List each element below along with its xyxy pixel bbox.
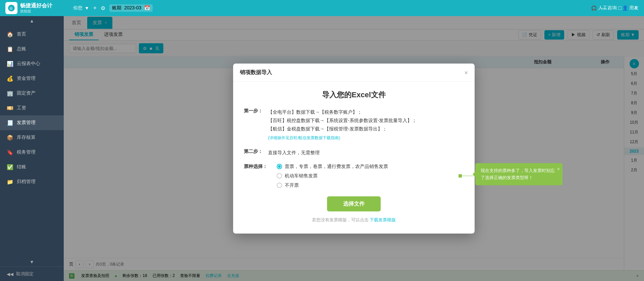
company-name: 你您: [73, 5, 83, 11]
close-window-button[interactable]: ×: [628, 0, 644, 16]
tooltip-dot: [459, 174, 462, 177]
radio-normal-label: 普票，专票，卷票，通行费发票，农产品销售发票: [285, 163, 388, 169]
window-controls: — □ ×: [596, 0, 644, 16]
home-icon: 🏠: [7, 31, 13, 38]
sidebar-label-payroll: 工资: [17, 105, 26, 111]
modal-close-button[interactable]: ×: [464, 69, 468, 75]
radio-motor[interactable]: 机动车销售发票 × 现在支持的票种多了，导入发票时别忘了选择正确的发票类型呀！: [277, 173, 388, 179]
step1-line3: 【航信】金税盘数据下载→【报税管理-发票数据导出】；: [268, 125, 417, 133]
period-badge: 账期 2023-03 📅: [109, 4, 152, 12]
step1-line2: 【百旺】税控盘数据下载→【系统设置-系统参数设置-发票批量导入】；: [268, 116, 417, 125]
sidebar: ▲ 🏠 首页 📋 总账 📊 云报表中心 💰 资金管理: [0, 16, 64, 281]
content-area: 首页 发票 × 销项发票 进项发票 📄 凭证: [64, 16, 644, 281]
tax-icon: 🔖: [7, 149, 13, 156]
funds-icon: 💰: [7, 75, 13, 82]
tooltip-anchor: × 现在支持的票种多了，导入发票时别忘了选择正确的发票类型呀！: [459, 173, 462, 178]
sidebar-label-home: 首页: [17, 31, 26, 37]
modal-title: 销项数据导入: [240, 69, 272, 76]
sidebar-scroll-up[interactable]: ▲: [0, 16, 64, 25]
radio-motor-circle: [277, 173, 282, 178]
radio-normal-dot: [278, 165, 281, 168]
minimize-button[interactable]: —: [596, 0, 612, 16]
modal-header: 销项数据导入 ×: [233, 64, 475, 82]
sidebar-item-ledger[interactable]: 📋 总账: [0, 42, 64, 56]
sidebar-item-payroll[interactable]: 💴 工资: [0, 101, 64, 115]
ticket-select: 票种选择： 普票，专票，卷票，通行费发票，农产品销售发票 机动车销售发票: [244, 163, 464, 188]
maximize-button[interactable]: □: [612, 0, 628, 16]
modal-main-title: 导入您的Excel文件: [244, 90, 464, 100]
reports-icon: 📊: [7, 60, 13, 67]
step1-label: 第一步：: [244, 108, 264, 142]
sidebar-label-tax: 税务管理: [17, 149, 36, 155]
sidebar-scroll-down[interactable]: ▼: [0, 257, 64, 267]
radio-normal[interactable]: 普票，专票，卷票，通行费发票，农产品销售发票: [277, 163, 388, 169]
assets-icon: 🏢: [7, 90, 13, 97]
archive-icon: 📁: [7, 178, 13, 185]
radio-normal-circle: [277, 164, 282, 169]
sidebar-item-home[interactable]: 🏠 首页: [0, 27, 64, 42]
modal-footer: 若您没有发票模版，可以点击 下载发票模版: [244, 217, 464, 223]
modal-body: 导入您的Excel文件 第一步： 【全电平台】数据下载→【税务数字账户】； 【百…: [233, 82, 475, 234]
guide-link[interactable]: (详细操作见百旺/航信发票数据下载指南): [268, 135, 340, 140]
step-1: 第一步： 【全电平台】数据下载→【税务数字账户】； 【百旺】税控盘数据下载→【系…: [244, 108, 464, 142]
step1-content: 【全电平台】数据下载→【税务数字账户】； 【百旺】税控盘数据下载→【系统设置-系…: [268, 108, 417, 142]
company-selector[interactable]: 你您 ▼: [73, 5, 89, 11]
sidebar-label-invoice: 发票管理: [17, 120, 36, 126]
logo: 会 畅捷通好会计 旗舰版: [5, 2, 69, 14]
settlement-icon: ✅: [7, 164, 13, 170]
radio-group: 普票，专票，卷票，通行费发票，农产品销售发票 机动车销售发票: [277, 163, 388, 188]
sidebar-item-reports[interactable]: 📊 云报表中心: [0, 56, 64, 71]
sidebar-item-assets[interactable]: 🏢 固定资产: [0, 86, 64, 101]
tooltip-text: 现在支持的票种多了，导入发票时别忘了选择正确的发票类型呀！: [481, 168, 555, 180]
sidebar-label-ledger: 总账: [17, 46, 26, 52]
logo-icon: 会: [5, 2, 17, 14]
sidebar-item-archive[interactable]: 📁 归档管理: [0, 174, 64, 189]
tooltip-popup: × 现在支持的票种多了，导入发票时别忘了选择正确的发票类型呀！: [475, 163, 562, 185]
top-bar: 会 畅捷通好会计 旗舰版 你您 ▼ + ⚙ 账期 2023-03 📅 🎧 人工咨…: [0, 0, 644, 16]
payroll-icon: 💴: [7, 105, 13, 111]
sidebar-item-invoice[interactable]: 🧾 发票管理: [0, 115, 64, 130]
sidebar-label-funds: 资金管理: [17, 75, 36, 81]
sidebar-item-funds[interactable]: 💰 资金管理: [0, 71, 64, 86]
sidebar-label-archive: 归档管理: [17, 179, 36, 185]
sidebar-label-reports: 云报表中心: [17, 61, 40, 67]
radio-none-label: 不开票: [285, 182, 299, 188]
pin-icon: ◀◀: [7, 272, 13, 277]
add-button[interactable]: +: [93, 5, 97, 12]
step1-line1: 【全电平台】数据下载→【税务数字账户】；: [268, 108, 417, 116]
ledger-icon: 📋: [7, 46, 13, 52]
step2-label: 第二步：: [244, 148, 264, 157]
import-modal: 销项数据导入 × 导入您的Excel文件 第一步： 【全电平台】数据下载→【税务…: [233, 64, 475, 234]
main-layout: ▲ 🏠 首页 📋 总账 📊 云报表中心 💰 资金管理: [0, 16, 644, 281]
step2-content: 直接导入文件，无需整理: [268, 148, 320, 157]
radio-none-circle: [277, 182, 282, 188]
sidebar-label-inventory: 库存核算: [17, 134, 36, 140]
sidebar-item-tax[interactable]: 🔖 税务管理: [0, 145, 64, 160]
sidebar-cancel-pin[interactable]: ◀◀ 取消固定: [0, 267, 64, 281]
sidebar-item-inventory[interactable]: 📦 库存核算: [0, 130, 64, 145]
invoice-icon: 🧾: [7, 119, 13, 126]
sidebar-label-assets: 固定资产: [17, 90, 36, 96]
settings-icon[interactable]: ⚙: [101, 5, 105, 11]
sidebar-menu: 🏠 首页 📋 总账 📊 云报表中心 💰 资金管理 🏢 固定资产: [0, 25, 64, 257]
logo-sub: 旗舰版: [20, 9, 52, 14]
ticket-label: 票种选择：: [244, 163, 267, 169]
select-file-button[interactable]: 选择文件: [327, 196, 381, 211]
download-template-link[interactable]: 下载发票模版: [370, 217, 396, 222]
sidebar-item-settlement[interactable]: ✅ 结账: [0, 160, 64, 174]
tooltip-close[interactable]: ×: [557, 165, 560, 172]
dropdown-icon: ▼: [85, 5, 89, 11]
sidebar-label-settlement: 结账: [17, 164, 26, 170]
inventory-icon: 📦: [7, 134, 13, 141]
step-2: 第二步： 直接导入文件，无需整理: [244, 148, 464, 157]
radio-motor-label: 机动车销售发票: [285, 173, 318, 179]
svg-text:会: 会: [9, 6, 13, 10]
logo-text: 畅捷通好会计: [20, 2, 52, 9]
radio-none[interactable]: 不开票: [277, 182, 388, 188]
